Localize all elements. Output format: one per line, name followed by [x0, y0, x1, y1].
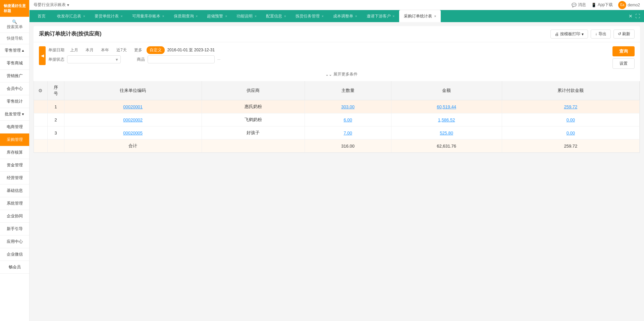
- cell-main-qty[interactable]: 7.00: [305, 126, 391, 140]
- close-icon[interactable]: ×: [225, 14, 227, 18]
- sidebar-item-member[interactable]: 会员中心: [0, 83, 29, 95]
- table-row[interactable]: 3 00020005 好孩子 7.00 525.80 0.00: [34, 126, 640, 140]
- date-btn-more[interactable]: 更多: [131, 46, 145, 54]
- sidebar-item-purchase[interactable]: 采购管理: [0, 133, 29, 146]
- cell-amount[interactable]: 60,519.44: [391, 100, 502, 113]
- data-table-wrapper: ⚙ 序号 往来单位编码 供应商 主数量: [34, 81, 640, 153]
- sidebar-item-label: 营销推广: [7, 73, 23, 78]
- tab-cost-adjust[interactable]: 成本调整单 ×: [328, 10, 362, 22]
- message-btn[interactable]: 💬 消息: [572, 2, 586, 8]
- close-icon[interactable]: ×: [121, 14, 123, 18]
- tab-config-info[interactable]: 配置信息 ×: [261, 10, 291, 22]
- expand-more-btn[interactable]: ⌄⌄ 展开更多条件: [325, 71, 358, 77]
- sidebar-item-ecommerce[interactable]: 电商管理: [0, 121, 29, 133]
- settings-button[interactable]: 设置: [612, 58, 635, 69]
- close-icon[interactable]: ×: [255, 14, 257, 18]
- close-icon[interactable]: ×: [162, 14, 164, 18]
- tab-overstock[interactable]: 超储预警 ×: [202, 10, 232, 22]
- sidebar-item-wechat[interactable]: 企业微信: [0, 248, 29, 261]
- tab-label: 可用量库存账本: [132, 13, 160, 19]
- sidebar-item-newguide[interactable]: 新手引导: [0, 223, 29, 235]
- tab-expiry-query[interactable]: 保质期查询 ×: [169, 10, 203, 22]
- expand-label: 展开更多条件: [333, 71, 358, 77]
- tab-pick-task[interactable]: 拣货任务管理 ×: [291, 10, 328, 22]
- table-row[interactable]: 1 00020001 惠氏奶粉 303.00 60,519.44 259.72: [34, 100, 640, 113]
- sidebar-item-finance[interactable]: 资金管理: [0, 159, 29, 172]
- tab-function-desc[interactable]: 功能说明 ×: [232, 10, 261, 22]
- sidebar-item-appcenter[interactable]: 应用中心: [0, 235, 29, 248]
- th-paid-amount-label: 累计付款金额: [557, 88, 584, 93]
- sidebar-item-quicknav[interactable]: 快捷导航: [0, 33, 29, 44]
- close-icon[interactable]: ×: [83, 14, 85, 18]
- th-amount-label: 金额: [442, 88, 451, 93]
- sidebar-item-search[interactable]: 🔍 搜索英单: [0, 17, 29, 33]
- sidebar-item-operations[interactable]: 经营管理: [0, 172, 29, 184]
- user-avatar[interactable]: Ea demo2: [618, 1, 640, 9]
- sidebar-item-label: 企业协同: [7, 214, 23, 218]
- table-row[interactable]: 2 00020002 飞鹤奶粉 6.00 1,586.52 0.00: [34, 113, 640, 126]
- tab-purchase-stats[interactable]: 采购订单统计表 ×: [399, 10, 441, 22]
- cell-unit-code[interactable]: 00020002: [64, 113, 202, 126]
- expand-icon: ⌄⌄: [325, 72, 332, 77]
- sidebar-item-inventory[interactable]: 库存核算: [0, 146, 29, 159]
- tab-goods-stats[interactable]: 要货单统计表 ×: [90, 10, 127, 22]
- tab-home[interactable]: 首页: [31, 10, 52, 22]
- account-dropdown[interactable]: 母婴行业演示账表 ▾: [34, 2, 69, 8]
- filter-top-row: 单据日期 上月 本月 本年 近7天 更多 自定义 2016-01-01 至 20…: [48, 46, 635, 69]
- total-label-cell: 合计: [64, 140, 202, 153]
- sidebar-item-wholesale[interactable]: 批发管理 ▼: [0, 108, 29, 121]
- cell-main-qty[interactable]: 303.00: [305, 100, 391, 113]
- tab-receive-summary[interactable]: 收发存汇总表 ×: [52, 10, 90, 22]
- goods-input[interactable]: [148, 55, 215, 63]
- username-label: demo2: [628, 3, 640, 7]
- app-download-btn[interactable]: 📱 App下载: [591, 2, 613, 8]
- cell-supplier: 飞鹤奶粉: [202, 113, 305, 126]
- tab-invite-downstream[interactable]: 邀请下游客户 ×: [362, 10, 399, 22]
- cell-amount[interactable]: 525.80: [391, 126, 502, 140]
- cell-paid-amount[interactable]: 0.00: [502, 126, 639, 140]
- maximize-btn[interactable]: ⛶: [635, 13, 640, 19]
- close-icon[interactable]: ×: [284, 14, 286, 18]
- cell-unit-code[interactable]: 00020001: [64, 100, 202, 113]
- table-footer: 合计 316.00 62,631.76 259.72: [34, 140, 640, 153]
- cell-paid-amount[interactable]: 0.00: [502, 113, 639, 126]
- date-btn-last-month[interactable]: 上月: [67, 46, 81, 54]
- cell-main-qty[interactable]: 6.00: [305, 113, 391, 126]
- cell-supplier: 好孩子: [202, 126, 305, 140]
- cell-unit-code[interactable]: 00020005: [64, 126, 202, 140]
- sidebar-item-member2[interactable]: 畅会员: [0, 261, 29, 274]
- tab-inventory-account[interactable]: 可用量库存账本 ×: [127, 10, 169, 22]
- date-btn-this-month[interactable]: 本月: [83, 46, 97, 54]
- sidebar-item-retail-stats[interactable]: 零售统计: [0, 95, 29, 108]
- sidebar-item-label: 会员中心: [7, 86, 23, 91]
- query-button[interactable]: 查询: [612, 46, 635, 56]
- close-icon[interactable]: ×: [196, 14, 198, 18]
- header-row: ⚙ 序号 往来单位编码 供应商 主数量: [34, 81, 640, 100]
- close-icon[interactable]: ×: [322, 14, 324, 18]
- sidebar-item-retail-shop[interactable]: 零售商城: [0, 57, 29, 70]
- filter-date-line: 单据日期 上月 本月 本年 近7天 更多 自定义 2016-01-01 至 20…: [48, 46, 608, 54]
- sidebar-item-system[interactable]: 系统管理: [0, 197, 29, 210]
- sidebar: 畅捷通好生意标题 🔍 搜索英单 快捷导航 零售管理 ▲ 零售商城 营销推广 会员…: [0, 0, 30, 321]
- refresh-button[interactable]: ↺ 刷新: [613, 30, 635, 39]
- th-main-qty-label: 主数量: [341, 88, 355, 93]
- export-button[interactable]: ↓ 导出: [591, 30, 610, 39]
- date-btn-custom[interactable]: 自定义: [147, 46, 165, 54]
- sidebar-item-marketing[interactable]: 营销推广: [0, 70, 29, 83]
- more-icon[interactable]: ···: [217, 57, 220, 61]
- cell-paid-amount[interactable]: 259.72: [502, 100, 639, 113]
- cell-amount[interactable]: 1,586.52: [391, 113, 502, 126]
- close-icon[interactable]: ×: [355, 14, 357, 18]
- expand-filter-btn[interactable]: ◀: [39, 46, 46, 65]
- column-setting-icon[interactable]: ⚙: [38, 88, 43, 93]
- sidebar-item-enterprise[interactable]: 企业协同: [0, 210, 29, 223]
- close-tab-btn[interactable]: ✕: [629, 13, 633, 19]
- date-btn-7days[interactable]: 近7天: [113, 46, 130, 54]
- status-select[interactable]: [67, 55, 121, 63]
- sidebar-item-basic[interactable]: 基础信息: [0, 184, 29, 197]
- print-button[interactable]: 🖨 按模板打印 ▾: [550, 30, 588, 39]
- close-icon[interactable]: ×: [434, 14, 436, 18]
- sidebar-item-retail[interactable]: 零售管理 ▲: [0, 44, 29, 57]
- close-icon[interactable]: ×: [393, 14, 395, 18]
- date-btn-this-year[interactable]: 本年: [98, 46, 112, 54]
